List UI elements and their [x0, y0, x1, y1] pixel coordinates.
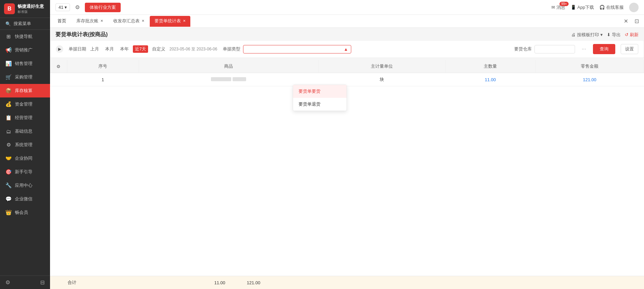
sidebar-header: B 畅捷通好生意 标准版: [0, 0, 50, 18]
date-btn-this-year[interactable]: 本年: [118, 45, 131, 53]
collapse-icon[interactable]: ⊟: [40, 279, 45, 286]
sidebar-item-label: 销售管理: [15, 61, 32, 67]
table-row: 1 块 11.00 121.00: [50, 73, 644, 86]
sidebar-item-quick-nav[interactable]: ⊞ 快捷导航: [0, 30, 50, 43]
appCenter-icon: 🔧: [5, 182, 11, 188]
td-no: 1: [67, 73, 139, 86]
sidebar-item-label: 基础信息: [15, 128, 32, 134]
sidebar-item-label: 企业微信: [15, 196, 32, 202]
tab-order-stats-close[interactable]: ✕: [183, 19, 186, 23]
tab-home[interactable]: 首页: [53, 16, 71, 27]
dropdown-item-order-single-label: 要货单要货: [299, 89, 320, 94]
topbar-settings-button[interactable]: ⚙: [73, 3, 82, 12]
filter-type-arrow-icon: ▲: [344, 47, 348, 52]
online-service-label: 在线客服: [606, 4, 624, 10]
more-filter-button[interactable]: ···: [580, 46, 588, 52]
filter-type-input[interactable]: ▲: [243, 45, 351, 53]
td-quantity: 11.00: [445, 73, 535, 86]
type-dropdown: 要货单要货 要货单退货: [293, 85, 347, 111]
messages-button[interactable]: ✉ 消息 99+: [551, 4, 565, 10]
filter-date-group: 单据日期 上月 本月 本年 近7天 自定义 2023-05-06 至 2023-…: [69, 45, 217, 53]
settings-icon[interactable]: ⚙: [5, 279, 10, 286]
query-button[interactable]: 查询: [593, 44, 615, 54]
sidebar-item-label: 系统管理: [15, 142, 32, 148]
member-icon: 👑: [5, 209, 11, 216]
tab-order-stats-label: 要货单统计表: [154, 18, 181, 24]
sidebar-item-finance[interactable]: 💰 资金管理: [0, 97, 50, 111]
sidebar-item-label: 采购管理: [15, 74, 32, 80]
sidebar-item-label: 库存核算: [15, 88, 32, 94]
sidebar-item-label: 应用中心: [15, 182, 32, 188]
table-container: ⚙ 序号 商品 主计量单位 主数量 零售金额 1: [50, 60, 644, 276]
wechat-icon: 💬: [5, 196, 11, 202]
avatar[interactable]: [629, 3, 639, 12]
app-download-button[interactable]: 📱 App下载: [571, 4, 594, 10]
filter-expand-button[interactable]: ▶: [56, 45, 63, 53]
date-btn-custom[interactable]: 自定义: [150, 45, 167, 53]
page-title: 要货单统计表(按商品): [55, 31, 108, 38]
topbar: 41 ▾ ⚙ 体验行业方案 ✉ 消息 99+ 📱 App下载 🎧 在线客服: [50, 0, 644, 15]
tab-order-stats[interactable]: 要货单统计表 ✕: [150, 16, 190, 27]
date-btn-this-month[interactable]: 本月: [103, 45, 116, 53]
filter-bar: ▶ 单据日期 上月 本月 本年 近7天 自定义 2023-05-06 至 202…: [50, 40, 644, 58]
amount-link[interactable]: 121.00: [583, 77, 596, 82]
sidebar-item-marketing[interactable]: 📢 营销推广: [0, 43, 50, 57]
filter-date-label: 单据日期: [69, 46, 86, 52]
industry-button[interactable]: 体验行业方案: [85, 3, 121, 12]
date-btn-7days[interactable]: 近7天: [133, 45, 148, 53]
filter-warehouse-input[interactable]: [534, 45, 575, 53]
sidebar-item-sales[interactable]: 📊 销售管理: [0, 57, 50, 70]
table-header-row: ⚙ 序号 商品 主计量单位 主数量 零售金额: [50, 60, 644, 73]
quantity-link[interactable]: 11.00: [485, 77, 496, 82]
tabs-close-all-button[interactable]: ✕: [621, 17, 630, 26]
tabs-restore-button[interactable]: ⊡: [632, 17, 641, 26]
page-header: 要货单统计表(按商品) 🖨 按模板打印 ▾ ⬇ 导出 ↺ 刷新: [50, 28, 644, 40]
tab-inventory-batch-close[interactable]: ✕: [100, 19, 103, 23]
tab-recv-summary-label: 收发存汇总表: [113, 18, 140, 24]
table-footer: 合计 11.00 121.00: [50, 276, 644, 289]
app-version: 标准版: [18, 9, 44, 14]
chevron-down-icon: ▾: [65, 5, 67, 10]
sidebar-item-purchase[interactable]: 🛒 采购管理: [0, 70, 50, 84]
sidebar-search[interactable]: 🔍 搜索菜单: [0, 18, 50, 30]
sidebar-item-inventory[interactable]: 📦 库存核算: [0, 84, 50, 97]
tab-recv-summary-close[interactable]: ✕: [142, 19, 144, 23]
sidebar-item-label: 新手引导: [15, 169, 32, 175]
sidebar-item-basic[interactable]: 🗂 基础信息: [0, 125, 50, 138]
operations-icon: 📋: [5, 115, 11, 121]
export-button[interactable]: ⬇ 导出: [607, 32, 621, 38]
sidebar: B 畅捷通好生意 标准版 🔍 搜索菜单 ⊞ 快捷导航 📢 营销推广 📊 销售管理…: [0, 0, 50, 289]
sidebar-item-member[interactable]: 👑 畅会员: [0, 206, 50, 219]
sidebar-item-appCenter[interactable]: 🔧 应用中心: [0, 179, 50, 192]
settings-action-button[interactable]: 设置: [621, 44, 638, 54]
dropdown-item-order-single[interactable]: 要货单要货: [293, 85, 347, 98]
tab-inventory-batch[interactable]: 库存批次账 ✕: [72, 16, 108, 27]
main-area: 41 ▾ ⚙ 体验行业方案 ✉ 消息 99+ 📱 App下载 🎧 在线客服: [50, 0, 644, 289]
online-service-button[interactable]: 🎧 在线客服: [599, 4, 624, 10]
sidebar-title-group: 畅捷通好生意 标准版: [18, 3, 44, 14]
sidebar-item-guide[interactable]: 🎯 新手引导: [0, 165, 50, 179]
purchase-icon: 🛒: [5, 74, 11, 80]
sidebar-item-operations[interactable]: 📋 经营管理: [0, 111, 50, 125]
tab-home-label: 首页: [57, 18, 66, 24]
th-amount: 零售金额: [535, 60, 644, 73]
topbar-right: ✉ 消息 99+ 📱 App下载 🎧 在线客服: [551, 3, 639, 12]
date-btn-last-month[interactable]: 上月: [88, 45, 101, 53]
sidebar-item-enterprise[interactable]: 🤝 企业协同: [0, 152, 50, 165]
product-placeholder-2: [233, 77, 246, 81]
th-settings[interactable]: ⚙: [50, 60, 67, 73]
tab-recv-summary[interactable]: 收发存汇总表 ✕: [109, 16, 149, 27]
company-selector[interactable]: 41 ▾: [55, 3, 70, 11]
app-logo: B: [4, 3, 15, 14]
refresh-button[interactable]: ↺ 刷新: [625, 32, 639, 38]
page-actions: 🖨 按模板打印 ▾ ⬇ 导出 ↺ 刷新: [571, 32, 639, 38]
sidebar-item-wechat[interactable]: 💬 企业微信: [0, 192, 50, 206]
marketing-icon: 📢: [5, 47, 11, 53]
date-range-display: 2023-05-06 至 2023-06-06: [169, 46, 217, 52]
service-icon: 🎧: [599, 5, 605, 10]
dropdown-item-order-return[interactable]: 要货单退货: [293, 98, 347, 111]
sidebar-item-system[interactable]: ⚙ 系统管理: [0, 138, 50, 152]
product-placeholder-1: [211, 77, 231, 81]
filter-type-group: 单据类型 ▲: [223, 45, 509, 53]
print-button[interactable]: 🖨 按模板打印 ▾: [571, 32, 603, 38]
